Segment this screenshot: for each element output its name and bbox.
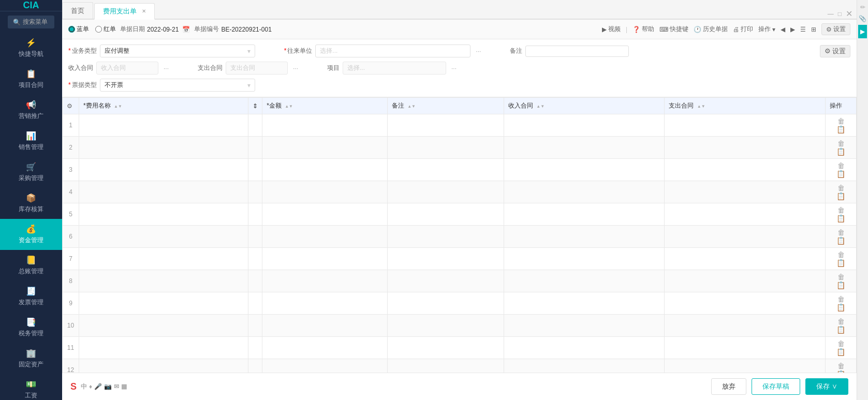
blue-radio-input[interactable] [68, 26, 75, 33]
row-3-amount[interactable] [262, 159, 388, 181]
row-8-amount[interactable] [262, 270, 388, 292]
row-12-income-contract[interactable] [504, 359, 665, 373]
sort-expense-icon[interactable]: ▲▼ [697, 104, 705, 109]
copy-row-10-button[interactable]: 📋 [836, 325, 845, 334]
copy-row-7-button[interactable]: 📋 [836, 259, 845, 267]
row-4-expense-name[interactable] [79, 181, 248, 203]
partner-select[interactable]: 选择... [315, 45, 470, 57]
row-9-expense-name[interactable] [79, 292, 248, 315]
row-12-remark[interactable] [387, 359, 504, 373]
row-1-remark[interactable] [387, 114, 504, 137]
row-10-remark[interactable] [387, 315, 504, 337]
partner-more-button[interactable]: ··· [476, 48, 481, 55]
history-button[interactable]: 🕐 历史单据 [694, 25, 728, 34]
expense-contract-input[interactable]: 支出合同 [226, 62, 288, 75]
copy-row-5-button[interactable]: 📋 [836, 214, 845, 223]
shortcut-button[interactable]: ⌨ 快捷键 [659, 25, 688, 34]
row-12-expense-name[interactable] [79, 359, 248, 373]
row-5-remark[interactable] [387, 203, 504, 226]
list-view-button[interactable]: ☰ [800, 26, 806, 33]
project-more[interactable]: ··· [451, 65, 457, 72]
sidebar-item-capital-mgmt[interactable]: 💰 资金管理 [0, 219, 62, 250]
row-3-income-contract[interactable] [504, 159, 665, 181]
save-draft-button[interactable]: 保存草稿 [752, 378, 800, 395]
row-4-remark[interactable] [387, 181, 504, 203]
sidebar-item-salary[interactable]: 💵 工资 [0, 374, 62, 400]
row-1-amount[interactable] [262, 114, 388, 137]
form-settings-button[interactable]: ⚙ 设置 [820, 45, 850, 57]
delete-row-1-button[interactable]: 🗑 [837, 117, 845, 125]
red-radio-input[interactable] [95, 26, 102, 33]
delete-row-6-button[interactable]: 🗑 [837, 228, 845, 236]
right-strip-icon-2[interactable]: 📎 [857, 13, 868, 24]
row-2-remark[interactable] [387, 137, 504, 159]
delete-row-3-button[interactable]: 🗑 [837, 161, 845, 170]
row-11-expense-name[interactable] [79, 337, 248, 359]
search-menu-button[interactable]: 🔍 搜索菜单 [8, 16, 54, 28]
tab-home[interactable]: 首页 [62, 2, 93, 19]
close-window-button[interactable]: ✕ [846, 9, 852, 19]
row-3-remark[interactable] [387, 159, 504, 181]
row-12-expense-contract[interactable] [665, 359, 826, 373]
row-5-income-contract[interactable] [504, 203, 665, 226]
copy-row-1-button[interactable]: 📋 [836, 125, 845, 134]
row-3-expense-name[interactable] [79, 159, 248, 181]
income-contract-more[interactable]: ··· [164, 65, 169, 72]
row-2-income-contract[interactable] [504, 137, 665, 159]
row-10-amount[interactable] [262, 315, 388, 337]
sidebar-item-inventory[interactable]: 📦 库存核算 [0, 188, 62, 219]
sidebar-item-accounting[interactable]: 📒 总账管理 [0, 250, 62, 281]
sidebar-item-sales-promotion[interactable]: 📢 营销推广 [0, 95, 62, 126]
blue-radio-label[interactable]: 蓝单 [68, 25, 89, 34]
delete-row-7-button[interactable]: 🗑 [837, 250, 845, 259]
sidebar-item-purchase-mgmt[interactable]: 🛒 采购管理 [0, 157, 62, 188]
copy-row-11-button[interactable]: 📋 [836, 348, 845, 356]
row-7-remark[interactable] [387, 248, 504, 270]
row-11-amount[interactable] [262, 337, 388, 359]
delete-row-9-button[interactable]: 🗑 [837, 295, 845, 303]
sidebar-item-tax-mgmt[interactable]: 📑 税务管理 [0, 312, 62, 343]
red-radio-label[interactable]: 红单 [95, 25, 116, 34]
row-5-amount[interactable] [262, 203, 388, 226]
row-7-income-contract[interactable] [504, 248, 665, 270]
row-6-income-contract[interactable] [504, 226, 665, 248]
right-strip-icon-3[interactable]: ▶ [858, 25, 867, 38]
calendar-icon[interactable]: 📅 [182, 26, 190, 33]
help-button[interactable]: ❓ 帮助 [632, 25, 654, 34]
row-10-income-contract[interactable] [504, 315, 665, 337]
save-button[interactable]: 保存 ∨ [805, 378, 848, 395]
copy-row-4-button[interactable]: 📋 [836, 192, 845, 200]
right-strip-icon-1[interactable]: ✏ [859, 2, 867, 12]
row-11-income-contract[interactable] [504, 337, 665, 359]
settings-button[interactable]: ⚙ 设置 [821, 23, 850, 35]
row-7-expense-name[interactable] [79, 248, 248, 270]
nav-prev-button[interactable]: ◀ [781, 26, 785, 33]
sort-expense-name-icon[interactable]: ▲▼ [114, 104, 122, 109]
copy-row-3-button[interactable]: 📋 [836, 170, 845, 178]
income-contract-input[interactable]: 收入合同 [96, 62, 158, 75]
row-8-income-contract[interactable] [504, 270, 665, 292]
copy-row-9-button[interactable]: 📋 [836, 303, 845, 312]
delete-row-5-button[interactable]: 🗑 [837, 206, 845, 214]
print-button[interactable]: 🖨 打印 [733, 25, 753, 34]
sort-remark-icon[interactable]: ▲▼ [407, 104, 416, 109]
delete-row-11-button[interactable]: 🗑 [837, 339, 845, 348]
row-2-expense-name[interactable] [79, 137, 248, 159]
delete-row-2-button[interactable]: 🗑 [837, 139, 845, 147]
row-8-expense-name[interactable] [79, 270, 248, 292]
nav-next-button[interactable]: ▶ [790, 26, 795, 33]
row-6-expense-contract[interactable] [665, 226, 826, 248]
row-1-expense-name[interactable] [79, 114, 248, 137]
row-2-amount[interactable] [262, 137, 388, 159]
restore-icon[interactable]: □ [838, 10, 842, 18]
row-5-expense-contract[interactable] [665, 203, 826, 226]
row-6-expense-name[interactable] [79, 226, 248, 248]
row-7-amount[interactable] [262, 248, 388, 270]
delete-row-4-button[interactable]: 🗑 [837, 184, 845, 192]
business-type-select[interactable]: 应付调整 ▾ [100, 45, 255, 57]
row-7-expense-contract[interactable] [665, 248, 826, 270]
tab-expense[interactable]: 费用支出单 ✕ [94, 3, 155, 20]
row-1-income-contract[interactable] [504, 114, 665, 137]
remark-input[interactable] [525, 46, 629, 57]
discard-button[interactable]: 放弃 [711, 378, 746, 395]
